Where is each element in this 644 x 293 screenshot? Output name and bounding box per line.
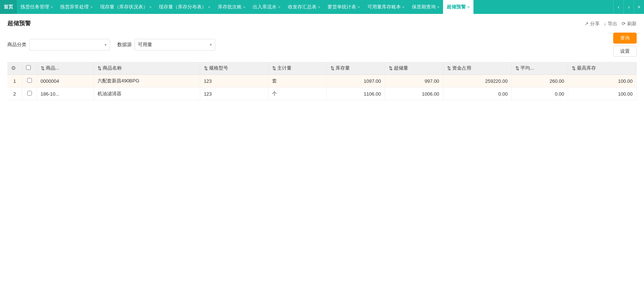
col-header-unit[interactable]: ⇅ 主计量 <box>268 62 327 75</box>
cell-capital-0: 259220.00 <box>443 75 512 88</box>
share-icon: ↗ <box>585 21 589 26</box>
col-header-index: ⚙ <box>7 62 22 75</box>
cell-stock-1: 1106.00 <box>327 88 385 100</box>
cell-max-stock-1: 100.00 <box>568 88 637 100</box>
cell-overstock-0: 997.00 <box>385 75 443 88</box>
cell-product-code-0: 0000004 <box>37 75 94 88</box>
cell-avg-1: 0.00 <box>512 88 568 100</box>
nav-next-button[interactable]: › <box>623 0 634 14</box>
nav-tab-available[interactable]: 可用量库存账本 × <box>364 0 408 14</box>
cell-overstock-1: 1006.00 <box>385 88 443 100</box>
filter-actions: 查询 设置 <box>613 33 637 57</box>
col-header-capital[interactable]: ⇅ 资金占用 <box>443 62 512 75</box>
cell-unit-0: 套 <box>268 75 327 88</box>
cell-stock-0: 1097.00 <box>327 75 385 88</box>
category-select[interactable]: ▾ <box>29 39 110 51</box>
row-checkbox-0[interactable] <box>22 75 37 88</box>
col-header-max-stock[interactable]: ⇅ 最高库存 <box>568 62 637 75</box>
col-header-spec[interactable]: ⇅ 规格型号 <box>200 62 268 75</box>
col-header-product-code[interactable]: ⇅ 商品... <box>37 62 94 75</box>
nav-home[interactable]: 首页 <box>0 0 17 14</box>
nav-arrows: ‹ › × <box>613 0 644 14</box>
cell-product-name-1: 机油滤清器 <box>94 88 200 100</box>
cell-spec-0: 123 <box>200 75 268 88</box>
datasource-filter-group: 数据源 可用量 ▾ <box>117 39 215 51</box>
data-table: ⚙ ⇅ 商品... ⇅ 商品名称 <box>7 62 637 100</box>
category-filter-group: 商品分类 ▾ <box>7 39 110 51</box>
top-navigation: 首页 拣货任务管理 × 拣货异常处理 × 现存量（库存状况表） × 现存量（库存… <box>0 0 644 14</box>
col-header-avg[interactable]: ⇅ 平均... <box>512 62 568 75</box>
filter-area: 商品分类 ▾ 数据源 可用量 ▾ 查询 设置 <box>7 33 637 57</box>
nav-close-all-button[interactable]: × <box>634 0 644 14</box>
page-container: 超储预警 ↗ 分享 ↓ 导出 ⟳ 刷新 商品分类 ▾ 数据源 <box>0 14 644 293</box>
row-select-checkbox-0[interactable] <box>27 78 32 83</box>
nav-tab-inout[interactable]: 出入库流水 × <box>249 0 284 14</box>
setting-button[interactable]: 设置 <box>613 46 637 57</box>
nav-close-pick-task[interactable]: × <box>51 5 53 9</box>
cell-product-name-0: 六配套新昌490BPG <box>94 75 200 88</box>
nav-tab-pick-exception[interactable]: 拣货异常处理 × <box>56 0 96 14</box>
chevron-down-icon: ▾ <box>105 42 107 47</box>
nav-close-expiry[interactable]: × <box>437 5 439 9</box>
col-header-checkbox[interactable] <box>22 62 37 75</box>
nav-close-order-stat[interactable]: × <box>358 5 360 9</box>
refresh-button[interactable]: ⟳ 刷新 <box>622 21 637 27</box>
cell-avg-0: 260.00 <box>512 75 568 88</box>
row-index-0: 1 <box>7 75 22 88</box>
nav-tab-overstock[interactable]: 超储预警 × <box>443 0 473 14</box>
nav-close-stock-status[interactable]: × <box>149 5 151 9</box>
select-all-checkbox[interactable] <box>26 65 31 70</box>
col-header-overstock[interactable]: ⇅ 超储量 <box>385 62 443 75</box>
cell-product-code-1: 186-10... <box>37 88 94 100</box>
refresh-icon: ⟳ <box>622 21 626 26</box>
row-select-checkbox-1[interactable] <box>27 91 32 96</box>
query-button[interactable]: 查询 <box>613 33 637 44</box>
table-row: 1 0000004 六配套新昌490BPG 123 套 1097.00 997.… <box>7 75 637 88</box>
nav-tab-order-stat[interactable]: 要货单统计表 × <box>324 0 363 14</box>
cell-spec-1: 123 <box>200 88 268 100</box>
row-index-1: 2 <box>7 88 22 100</box>
table-row: 2 186-10... 机油滤清器 123 个 1106.00 1006.00 … <box>7 88 637 100</box>
header-actions: ↗ 分享 ↓ 导出 ⟳ 刷新 <box>585 21 637 27</box>
cell-max-stock-0: 100.00 <box>568 75 637 88</box>
col-header-stock[interactable]: ⇅ 库存量 <box>327 62 385 75</box>
nav-tab-expiry[interactable]: 保质期查询 × <box>408 0 443 14</box>
cell-capital-1: 0.00 <box>443 88 512 100</box>
page-title: 超储预警 <box>7 20 31 27</box>
export-button[interactable]: ↓ 导出 <box>604 21 618 27</box>
datasource-chevron-down-icon: ▾ <box>210 42 212 47</box>
cell-unit-1: 个 <box>268 88 327 100</box>
nav-tab-stock-status[interactable]: 现存量（库存状况表） × <box>96 0 155 14</box>
nav-prev-button[interactable]: ‹ <box>613 0 623 14</box>
export-icon: ↓ <box>604 21 607 26</box>
datasource-value: 可用量 <box>138 41 152 48</box>
datasource-select[interactable]: 可用量 ▾ <box>135 39 215 51</box>
nav-close-stock-dist[interactable]: × <box>208 5 210 9</box>
nav-close-pick-exception[interactable]: × <box>90 5 92 9</box>
share-button[interactable]: ↗ 分享 <box>585 21 600 27</box>
nav-close-available[interactable]: × <box>402 5 405 9</box>
nav-close-overstock[interactable]: × <box>467 5 469 9</box>
nav-close-batch[interactable]: × <box>243 5 245 9</box>
nav-tab-stock-dist[interactable]: 现存量（库存分布表） × <box>155 0 214 14</box>
gear-icon[interactable]: ⚙ <box>11 65 16 71</box>
nav-tab-batch[interactable]: 库存批次账 × <box>214 0 249 14</box>
table-header-row: ⚙ ⇅ 商品... ⇅ 商品名称 <box>7 62 637 75</box>
col-header-product-name[interactable]: ⇅ 商品名称 <box>94 62 200 75</box>
nav-close-inout[interactable]: × <box>278 5 280 9</box>
page-header: 超储预警 ↗ 分享 ↓ 导出 ⟳ 刷新 <box>7 20 637 27</box>
category-label: 商品分类 <box>7 41 26 48</box>
nav-tab-summary[interactable]: 收发存汇总表 × <box>284 0 324 14</box>
row-checkbox-1[interactable] <box>22 88 37 100</box>
nav-close-summary[interactable]: × <box>318 5 320 9</box>
nav-tab-pick-task[interactable]: 拣货任务管理 × <box>17 0 56 14</box>
datasource-label: 数据源 <box>117 41 132 48</box>
